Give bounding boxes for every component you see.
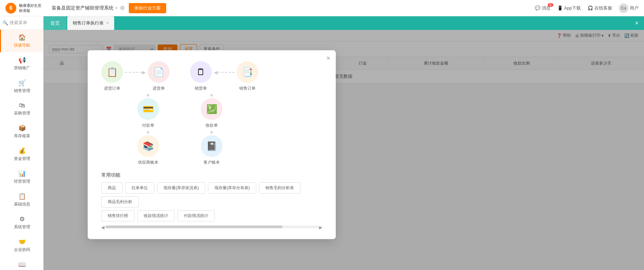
operation-icon: 📊 — [18, 170, 26, 177]
sidebar-item-inventory[interactable]: 📦库存核算 — [0, 120, 43, 143]
purchase-icon: 🛍 — [19, 102, 25, 109]
purchase-order-label: 进货订单 — [104, 86, 120, 91]
common-btn-4[interactable]: 销售毛利分析表 — [259, 182, 300, 194]
message-icon: 💬 — [535, 5, 540, 11]
common-functions: 常用功能 商品往来单位现存量(库存状况表)现存量(库存分布表)销售毛利分析表商品… — [101, 172, 322, 221]
flow-node-sale-bill[interactable]: 🗒 销货单 — [190, 61, 212, 91]
flow-node-purchase-bill[interactable]: 📄 进货单 — [148, 61, 170, 91]
common-btn-0[interactable]: 商品 — [101, 182, 122, 194]
purchase-bill-icon: 📄 — [148, 61, 170, 83]
main-content: ❓ 帮助 🖨 按模板打印 ▾ ⬆ 导出 🔄 刷新 — [43, 30, 644, 270]
tab-close-btn[interactable]: × — [106, 16, 109, 30]
logo-area: 6 畅康通好生意 标准版 — [5, 3, 46, 14]
sidebar-item-marketing[interactable]: 📢营销推广 — [0, 52, 43, 75]
arrow-purchase: ▶ — [125, 70, 146, 75]
flow-node-sale-order[interactable]: 📑 销售订单 — [237, 61, 258, 91]
system-label: 系统管理 — [14, 224, 30, 230]
system-icon: ⚙ — [19, 215, 25, 223]
sidebar-item-operation[interactable]: 📊经营管理 — [0, 166, 43, 188]
system-title: 装备及固定资产辅助管理系统 ▾ — [52, 5, 117, 11]
common-btn-extra-0[interactable]: 销售排行榜 — [101, 210, 135, 221]
quick-nav-label: 快捷导航 — [14, 42, 30, 48]
flow-node-customer[interactable]: 📓 客户账本 — [201, 135, 223, 165]
trial-button[interactable]: 体验行业方案 — [129, 3, 166, 13]
message-badge: 5 — [548, 3, 553, 7]
modal-dialog: × 📋 进货订单 — [88, 50, 336, 239]
common-btns-row1: 商品往来单位现存量(库存状况表)现存量(库存分布表)销售毛利分析表商品毛利分析 — [101, 182, 322, 208]
scroll-thumb[interactable] — [106, 226, 282, 228]
finance-icon: 💰 — [18, 147, 26, 155]
service-icon: 🎧 — [588, 5, 593, 11]
flow-node-purchase-order[interactable]: 📋 进货订单 — [101, 61, 123, 91]
flow-node-payment[interactable]: 💳 付款单 — [137, 98, 159, 128]
flow-node-supplier[interactable]: 📚 供应商账本 — [137, 135, 159, 165]
arrow-down-payment: ▼ — [146, 93, 151, 98]
tab-bar: 首页 销售订单执行表 × × — [43, 16, 644, 30]
sidebar-item-sales[interactable]: 🛒销售管理 — [0, 75, 43, 98]
collab-label: 企业协同 — [14, 247, 30, 253]
app-download-btn[interactable]: 📱 App下载 — [557, 5, 581, 11]
sales-icon: 🛒 — [18, 79, 26, 87]
common-btn-1[interactable]: 往来单位 — [125, 182, 154, 194]
modal-close-btn[interactable]: × — [326, 54, 330, 62]
search-icon: 🔍 — [3, 20, 8, 25]
receipt-icon: 💹 — [201, 98, 223, 120]
settings-icon[interactable]: ⚙ — [120, 5, 125, 11]
finance-label: 资金管理 — [14, 156, 30, 162]
top-right-area: 💬 消息 5 📱 App下载 🎧 在线客服 Ea 用户 — [535, 3, 639, 13]
arrow-down-customer: ▼ — [209, 130, 214, 135]
sidebar-item-newbie[interactable]: 📖新手引导 — [0, 257, 43, 270]
sidebar-item-purchase[interactable]: 🛍采购管理 — [0, 98, 43, 120]
marketing-label: 营销推广 — [14, 65, 30, 71]
sale-order-label: 销售订单 — [239, 86, 256, 91]
arrow-sale: ◀ — [214, 70, 234, 75]
logo-icon: 6 — [5, 3, 16, 14]
sidebar-item-finance[interactable]: 💰资金管理 — [0, 143, 43, 166]
common-btn-extra-2[interactable]: 付款情况统计 — [177, 210, 215, 221]
sidebar-item-quick-nav[interactable]: 🏠快捷导航 — [0, 30, 43, 52]
tab-home[interactable]: 首页 — [43, 16, 67, 30]
download-icon: 📱 — [557, 5, 563, 11]
sidebar: 🔍 搜索菜单 🏠快捷导航📢营销推广🛒销售管理🛍采购管理📦库存核算💰资金管理📊经营… — [0, 16, 43, 270]
modal-scrollbar[interactable]: ◀ ▶ — [101, 226, 322, 228]
newbie-icon: 📖 — [18, 261, 26, 268]
common-btns-row2: 销售排行榜收款情况统计付款情况统计 — [101, 210, 322, 221]
sidebar-item-collab[interactable]: 🤝企业协同 — [0, 234, 43, 257]
inventory-icon: 📦 — [18, 124, 26, 132]
marketing-icon: 📢 — [18, 56, 26, 64]
common-btn-3[interactable]: 现存量(库存分布表) — [208, 182, 256, 194]
arrow-down-receipt: ▼ — [209, 93, 214, 98]
online-service-btn[interactable]: 🎧 在线客服 — [588, 5, 612, 11]
customer-label: 客户账本 — [204, 160, 220, 165]
modal-overlay: × 📋 进货订单 — [43, 30, 644, 270]
basic-icon: 📋 — [18, 193, 26, 200]
scroll-right-btn[interactable]: ▶ — [319, 225, 322, 230]
supplier-icon: 📚 — [137, 135, 159, 157]
sidebar-item-system[interactable]: ⚙系统管理 — [0, 211, 43, 234]
sales-label: 销售管理 — [14, 88, 30, 94]
sidebar-search[interactable]: 🔍 搜索菜单 — [0, 16, 43, 30]
sidebar-item-basic[interactable]: 📋基础信息 — [0, 188, 43, 211]
message-btn[interactable]: 💬 消息 5 — [535, 5, 551, 11]
tab-close-right-btn[interactable]: × — [635, 20, 639, 27]
quick-nav-icon: 🏠 — [18, 34, 26, 41]
flow-node-receipt[interactable]: 💹 收款单 — [201, 98, 223, 128]
common-btn-2[interactable]: 现存量(库存状况表) — [157, 182, 205, 194]
common-btn-extra-1[interactable]: 收款情况统计 — [137, 210, 175, 221]
common-title: 常用功能 — [101, 172, 322, 178]
purchase-label: 采购管理 — [14, 110, 30, 116]
user-menu[interactable]: Ea 用户 — [619, 3, 639, 13]
scroll-left-btn[interactable]: ◀ — [101, 225, 104, 230]
avatar: Ea — [619, 3, 628, 13]
collab-icon: 🤝 — [18, 238, 26, 246]
receipt-label: 收款单 — [206, 123, 218, 128]
common-btn-5[interactable]: 商品毛利分析 — [101, 196, 139, 208]
sale-bill-icon: 🗒 — [190, 61, 212, 83]
inventory-label: 库存核算 — [14, 133, 30, 139]
purchase-bill-label: 进货单 — [153, 86, 165, 91]
supplier-label: 供应商账本 — [138, 160, 158, 165]
sale-order-icon: 📑 — [237, 61, 258, 83]
tab-active[interactable]: 销售订单执行表 × — [67, 16, 114, 30]
system-dropdown-icon[interactable]: ▾ — [116, 6, 117, 10]
sale-bill-label: 销货单 — [195, 86, 207, 91]
